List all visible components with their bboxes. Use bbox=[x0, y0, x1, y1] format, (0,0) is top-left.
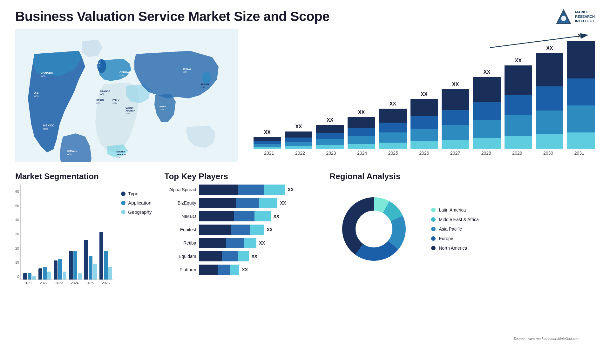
player-bar-seg bbox=[264, 185, 285, 195]
bar-chart-container: XXXXXXXXXXXXXXXXXXXXXX 20212022202320242… bbox=[244, 29, 595, 168]
seg-bar bbox=[93, 264, 97, 280]
regional-legend-item: Asia Pacific bbox=[431, 226, 478, 232]
player-bar-seg bbox=[231, 225, 249, 235]
player-xx-label: XX bbox=[288, 187, 294, 192]
seg-y-label: 50 bbox=[15, 204, 19, 208]
player-bar-seg bbox=[222, 251, 238, 261]
map-label-canada: CANADA bbox=[41, 71, 53, 74]
player-bar-seg bbox=[199, 238, 226, 248]
seg-x-label: 2024 bbox=[67, 281, 83, 285]
bar-segment bbox=[348, 136, 375, 144]
legend-dot bbox=[121, 210, 125, 214]
player-bar-container: XX bbox=[199, 185, 317, 195]
player-bar-seg bbox=[238, 251, 249, 261]
svg-text:SOUTH: SOUTH bbox=[116, 150, 125, 153]
players-title: Top Key Players bbox=[164, 172, 317, 181]
svg-text:ARABIA: ARABIA bbox=[125, 109, 135, 112]
bar-group: XX bbox=[442, 82, 469, 149]
bar-group: XX bbox=[285, 124, 313, 149]
svg-text:U.K.: U.K. bbox=[96, 62, 101, 65]
player-row: RetibaXX bbox=[164, 238, 317, 248]
player-xx-label: XX bbox=[267, 227, 273, 232]
bar-year-label: 2022 bbox=[285, 151, 316, 156]
legend-label: Geography bbox=[128, 209, 152, 215]
bar-xx-label: XX bbox=[452, 82, 459, 87]
player-name: Platform bbox=[164, 267, 196, 272]
reg-legend-dot bbox=[431, 246, 436, 250]
regional-container: Regional Analysis Latin AmericaMiddle Ea… bbox=[329, 172, 595, 343]
svg-text:BRAZIL: BRAZIL bbox=[67, 149, 77, 152]
bar-segment bbox=[536, 134, 564, 149]
player-row: PlatformXX bbox=[164, 265, 317, 275]
logo-text: MARKET RESEARCH INTELLECT bbox=[575, 10, 595, 24]
bar-year-label: 2029 bbox=[502, 151, 533, 156]
player-bar-seg bbox=[226, 238, 244, 248]
bar-segment bbox=[379, 132, 407, 143]
donut-chart bbox=[329, 185, 418, 273]
svg-text:xx%: xx% bbox=[67, 153, 71, 156]
bar-year-label: 2030 bbox=[533, 151, 564, 156]
player-bar bbox=[199, 251, 249, 261]
player-bar-container: XX bbox=[199, 251, 317, 261]
donut-area: Latin AmericaMiddle East & AfricaAsia Pa… bbox=[329, 185, 595, 273]
top-section: CANADA xx% U.S. xx% MEXICO xx% BRAZIL xx… bbox=[0, 29, 610, 168]
reg-legend-dot bbox=[431, 217, 436, 222]
bar-year-label: 2021 bbox=[254, 151, 285, 156]
bar-year-label: 2023 bbox=[315, 151, 347, 156]
seg-bar bbox=[104, 251, 108, 280]
bar-segment bbox=[285, 146, 313, 149]
player-bar-seg bbox=[199, 185, 238, 195]
player-name: BizEquity bbox=[164, 200, 196, 206]
bar-xx-label: XX bbox=[515, 58, 522, 64]
player-xx-label: XX bbox=[251, 254, 257, 259]
svg-text:GERMANY: GERMANY bbox=[119, 71, 133, 74]
seg-bar bbox=[73, 251, 77, 280]
player-bar-seg bbox=[199, 225, 231, 235]
svg-text:xx%: xx% bbox=[125, 112, 130, 115]
bar-segment bbox=[536, 53, 564, 86]
seg-x-label: 2021 bbox=[20, 281, 36, 285]
player-bar-seg bbox=[199, 211, 234, 221]
seg-legend-item: Application bbox=[121, 200, 152, 206]
bar-year-label: 2027 bbox=[440, 151, 471, 156]
player-bar bbox=[199, 238, 256, 248]
player-name: Equitest bbox=[164, 227, 196, 232]
logo: MARKET RESEARCH INTELLECT bbox=[555, 8, 595, 25]
seg-legend: TypeApplicationGeography bbox=[121, 191, 152, 215]
bar-segment bbox=[254, 137, 281, 141]
seg-y-label: 60 bbox=[15, 190, 19, 193]
legend-label: Type bbox=[128, 191, 139, 196]
bar-year-label: 2026 bbox=[409, 151, 440, 156]
segmentation-chart: 6050403020100 202120222023202420252026 T… bbox=[15, 185, 152, 285]
bar-year-label: 2024 bbox=[347, 151, 378, 156]
seg-bar bbox=[58, 259, 62, 280]
player-name: Alpha Spread bbox=[164, 187, 196, 192]
player-bar-seg bbox=[254, 211, 271, 221]
seg-bar bbox=[108, 267, 112, 280]
bar-segment bbox=[505, 115, 532, 136]
bar-segment bbox=[316, 133, 344, 139]
bar-xx-label: XX bbox=[264, 130, 271, 135]
player-xx-label: XX bbox=[259, 240, 265, 246]
svg-text:xx%: xx% bbox=[183, 71, 187, 73]
player-bar-container: XX bbox=[199, 225, 317, 235]
bar-xx-label: XX bbox=[295, 124, 302, 130]
reg-legend-dot bbox=[431, 236, 436, 241]
seg-x-labels: 202120222023202420252026 bbox=[20, 281, 113, 285]
regional-title: Regional Analysis bbox=[329, 172, 595, 181]
bar-segment bbox=[316, 145, 344, 149]
bar-segment bbox=[379, 123, 407, 133]
player-row: EquitestXX bbox=[164, 225, 317, 235]
player-bar-seg bbox=[236, 198, 259, 208]
player-bar-seg bbox=[250, 225, 264, 235]
reg-legend-label: Europe bbox=[439, 236, 453, 241]
player-row: EquidamXX bbox=[164, 251, 317, 261]
bar-segment bbox=[473, 102, 501, 120]
svg-text:xx%: xx% bbox=[116, 156, 120, 158]
svg-text:xx%: xx% bbox=[119, 74, 124, 76]
player-bar bbox=[199, 198, 277, 208]
reg-legend-dot bbox=[431, 208, 436, 212]
bar-segment bbox=[348, 128, 375, 136]
seg-bars bbox=[20, 185, 113, 280]
bar-segment bbox=[410, 116, 438, 129]
